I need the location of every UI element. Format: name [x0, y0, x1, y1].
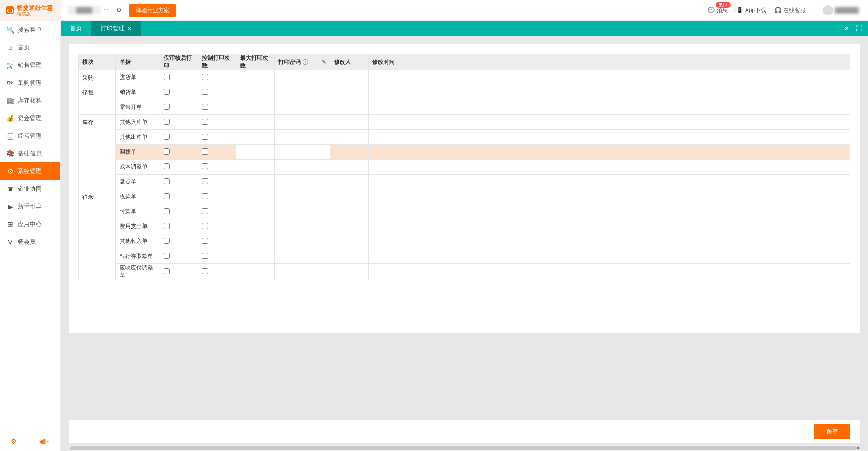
- doc-cell: 银行存取款单: [116, 249, 160, 264]
- sidebar: 🔍搜索菜单⌂首页🛒销售管理🛍采购管理🏬库存核算💰资金管理📋经营管理📚基础信息⚙系…: [0, 21, 61, 451]
- sidebar-item-system[interactable]: ⚙系统管理: [0, 162, 60, 180]
- purchase-icon: 🛍: [7, 79, 14, 87]
- approved-only-checkbox[interactable]: [164, 89, 170, 95]
- password-cell: [275, 160, 330, 175]
- online-service-button[interactable]: 🎧 在线客服: [774, 7, 806, 14]
- app-download-button[interactable]: 📱 App下载: [736, 7, 766, 14]
- sidebar-item-app-center[interactable]: ⊞应用中心: [0, 215, 60, 233]
- th-control-count: 控制打印次数: [198, 54, 236, 70]
- help-icon[interactable]: ?: [303, 59, 308, 65]
- control-count-checkbox[interactable]: [202, 134, 208, 140]
- approved-only-checkbox[interactable]: [164, 208, 170, 214]
- table-row: 付款单: [79, 204, 850, 219]
- control-count-checkbox[interactable]: [202, 223, 208, 229]
- modified-by-cell: [330, 85, 369, 100]
- approved-only-checkbox[interactable]: [164, 238, 170, 244]
- search-menu-icon: 🔍: [7, 26, 14, 34]
- control-count-checkbox[interactable]: [202, 178, 208, 184]
- approved-only-checkbox[interactable]: [164, 148, 170, 155]
- brand-title: 畅捷通好生意: [17, 5, 53, 11]
- approved-only-checkbox[interactable]: [164, 178, 170, 184]
- brand-logo[interactable]: 畅捷通好生意 精易版: [0, 0, 61, 21]
- table-row: 销售销货单: [79, 85, 850, 100]
- sidebar-item-label: 资金管理: [18, 114, 42, 122]
- control-count-checkbox[interactable]: [202, 238, 208, 244]
- sidebar-item-purchase[interactable]: 🛍采购管理: [0, 74, 60, 92]
- doc-cell: 其他入库单: [116, 115, 160, 130]
- sidebar-item-vip[interactable]: V畅会员: [0, 233, 60, 251]
- doc-cell: 盘点单: [116, 175, 160, 189]
- approved-only-checkbox[interactable]: [164, 104, 170, 110]
- sidebar-item-search-menu[interactable]: 🔍搜索菜单: [0, 21, 60, 39]
- fullscreen-icon[interactable]: ⛶: [856, 25, 862, 32]
- password-cell: [275, 70, 330, 85]
- modified-time-cell: [369, 249, 850, 264]
- modified-by-cell: [330, 130, 369, 145]
- approved-only-checkbox[interactable]: [164, 74, 170, 80]
- max-count-cell: [236, 249, 275, 264]
- password-cell: [275, 100, 330, 115]
- control-count-checkbox[interactable]: [202, 74, 208, 80]
- org-selector[interactable]: ████ ﹀: [68, 6, 109, 14]
- sidebar-item-funds[interactable]: 💰资金管理: [0, 109, 60, 127]
- modified-by-cell: [330, 264, 369, 280]
- control-count-checkbox[interactable]: [202, 268, 208, 274]
- table-row: 费用支出单: [79, 219, 850, 234]
- max-count-cell: [236, 115, 275, 130]
- sidebar-footer: ⚙ ◀⊩: [0, 431, 60, 451]
- sidebar-item-guide[interactable]: ▶新手引导: [0, 198, 60, 215]
- control-count-checkbox[interactable]: [202, 253, 208, 259]
- approved-only-checkbox[interactable]: [164, 193, 170, 199]
- sidebar-item-home[interactable]: ⌂首页: [0, 39, 60, 56]
- control-count-checkbox[interactable]: [202, 193, 208, 199]
- approved-only-checkbox[interactable]: [164, 163, 170, 169]
- approved-only-checkbox[interactable]: [164, 134, 170, 140]
- th-module: 模块: [79, 54, 116, 70]
- enterprise-icon: ▣: [7, 185, 14, 193]
- th-doc: 单据: [116, 54, 160, 70]
- approved-only-checkbox[interactable]: [164, 268, 170, 274]
- control-count-checkbox[interactable]: [202, 208, 208, 214]
- max-count-cell: [236, 204, 275, 219]
- max-count-cell: [236, 264, 275, 280]
- system-icon: ⚙: [7, 168, 14, 175]
- approved-only-checkbox[interactable]: [164, 253, 170, 259]
- edit-icon[interactable]: ✎: [322, 59, 326, 65]
- password-cell[interactable]: [275, 145, 330, 160]
- gear-icon[interactable]: ⚙: [114, 6, 123, 14]
- tab-打印管理[interactable]: 打印管理✕: [91, 21, 141, 36]
- sidebar-item-label: 首页: [18, 43, 30, 52]
- sidebar-item-basic-info[interactable]: 📚基础信息: [0, 145, 60, 162]
- control-count-checkbox[interactable]: [202, 104, 208, 110]
- close-icon[interactable]: ✕: [128, 26, 131, 31]
- control-count-checkbox[interactable]: [202, 163, 208, 169]
- th-modified-by: 修改人: [330, 54, 369, 70]
- sidebar-item-sales[interactable]: 🛒销售管理: [0, 56, 60, 74]
- save-button[interactable]: 保存: [814, 424, 850, 439]
- sidebar-item-inventory[interactable]: 🏬库存核算: [0, 92, 60, 109]
- modified-by-cell: [330, 100, 369, 115]
- approved-only-checkbox[interactable]: [164, 119, 170, 125]
- modified-by-cell: [330, 70, 369, 85]
- tab-首页[interactable]: 首页: [61, 21, 91, 36]
- password-cell: [275, 249, 330, 264]
- module-cell: 库存: [79, 115, 116, 189]
- tab-close-all-icon[interactable]: ✕: [844, 25, 849, 32]
- control-count-checkbox[interactable]: [202, 148, 208, 155]
- industry-plan-button[interactable]: 体验行业方案: [129, 4, 176, 17]
- horizontal-scrollbar[interactable]: ▶: [69, 445, 860, 451]
- messages-button[interactable]: 💬 消息 99 +: [708, 7, 728, 14]
- max-count-cell[interactable]: [236, 145, 275, 160]
- control-count-checkbox[interactable]: [202, 89, 208, 95]
- password-cell: [275, 189, 330, 204]
- app-download-label: App下载: [745, 7, 766, 14]
- sidebar-item-enterprise[interactable]: ▣企业协同: [0, 180, 60, 198]
- approved-only-checkbox[interactable]: [164, 223, 170, 229]
- user-menu[interactable]: ██████: [823, 5, 859, 15]
- doc-cell: 收款单: [116, 189, 160, 204]
- sidebar-item-operation[interactable]: 📋经营管理: [0, 127, 60, 145]
- settings-icon[interactable]: ⚙: [11, 438, 17, 445]
- vip-icon: V: [7, 238, 14, 246]
- control-count-checkbox[interactable]: [202, 119, 208, 125]
- collapse-icon[interactable]: ◀⊩: [39, 438, 49, 445]
